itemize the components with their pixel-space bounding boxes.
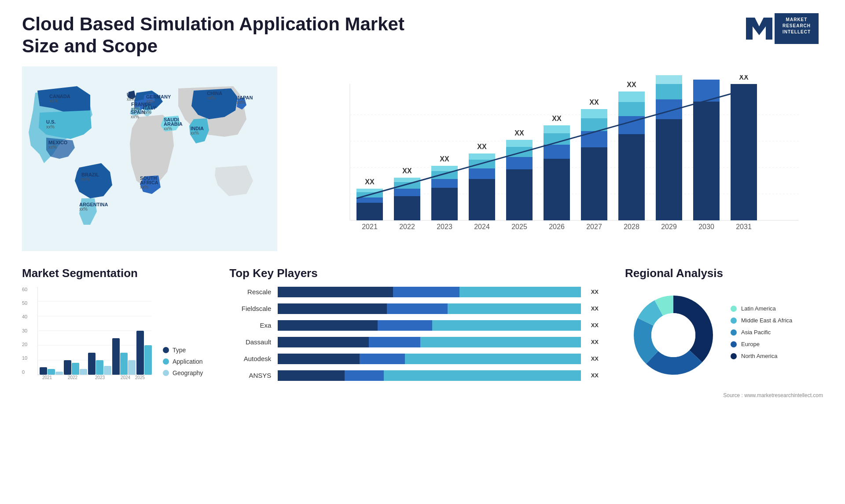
svg-rect-67 bbox=[656, 75, 682, 84]
player-row-ansys: ANSYS XX bbox=[229, 370, 599, 381]
svg-text:2030: 2030 bbox=[698, 223, 714, 230]
svg-rect-111 bbox=[144, 345, 152, 375]
svg-text:2026: 2026 bbox=[549, 223, 565, 230]
player-row-rescale: Rescale XX bbox=[229, 287, 599, 297]
player-name: ANSYS bbox=[229, 372, 271, 379]
svg-text:XX: XX bbox=[739, 75, 749, 81]
svg-rect-47 bbox=[506, 140, 533, 147]
svg-rect-109 bbox=[128, 360, 136, 375]
player-name: Rescale bbox=[229, 288, 271, 296]
svg-rect-65 bbox=[656, 99, 682, 119]
svg-text:XX: XX bbox=[552, 115, 562, 122]
donut-chart-svg bbox=[625, 287, 722, 383]
svg-rect-96 bbox=[55, 372, 63, 375]
player-row-dassault: Dassault XX bbox=[229, 337, 599, 347]
svg-rect-42 bbox=[469, 153, 495, 160]
svg-text:xx%: xx% bbox=[207, 95, 215, 100]
svg-rect-55 bbox=[581, 131, 607, 147]
player-name: Fieldscale bbox=[229, 305, 271, 312]
player-bar bbox=[278, 337, 580, 347]
legend-mea: Middle East & Africa bbox=[731, 317, 823, 324]
svg-text:2024: 2024 bbox=[121, 375, 131, 379]
canada-value: xx% bbox=[50, 99, 58, 103]
svg-text:xx%: xx% bbox=[146, 99, 154, 104]
svg-rect-34 bbox=[431, 188, 458, 220]
svg-rect-99 bbox=[80, 369, 87, 375]
svg-text:xx%: xx% bbox=[191, 131, 199, 135]
legend-europe: Europe bbox=[731, 341, 823, 347]
svg-rect-64 bbox=[656, 119, 682, 220]
segmentation-section: Market Segmentation 60 50 40 30 20 10 0 bbox=[22, 267, 203, 398]
growth-chart-section: XX XX XX XX bbox=[290, 66, 823, 256]
svg-rect-61 bbox=[618, 102, 645, 116]
logo: MARKET RESEARCH INTELLECT bbox=[735, 13, 823, 44]
players-section: Top Key Players Rescale XX Fieldscale bbox=[220, 267, 607, 398]
svg-rect-59 bbox=[618, 134, 645, 220]
svg-rect-35 bbox=[431, 179, 458, 188]
world-map-section: CANADA xx% U.S. xx% MEXICO xx% BRAZIL xx… bbox=[22, 66, 277, 256]
us-label: U.S. bbox=[46, 119, 55, 124]
svg-rect-95 bbox=[48, 369, 55, 375]
svg-text:XX: XX bbox=[365, 178, 375, 186]
regional-title: Regional Analysis bbox=[625, 267, 823, 280]
svg-rect-24 bbox=[356, 203, 383, 220]
svg-rect-57 bbox=[581, 109, 607, 118]
svg-text:MARKET: MARKET bbox=[786, 17, 808, 22]
svg-rect-52 bbox=[544, 125, 570, 133]
svg-text:2021: 2021 bbox=[42, 375, 52, 379]
player-bar bbox=[278, 370, 580, 381]
svg-rect-101 bbox=[96, 360, 103, 375]
brazil-value: xx% bbox=[81, 177, 90, 182]
page-title: Cloud Based Simulation Application Marke… bbox=[22, 13, 418, 58]
players-title: Top Key Players bbox=[229, 267, 599, 280]
mexico-value: xx% bbox=[48, 145, 57, 150]
svg-marker-0 bbox=[746, 18, 772, 40]
svg-text:XX: XX bbox=[477, 143, 487, 150]
svg-text:2023: 2023 bbox=[95, 375, 105, 379]
svg-text:xx%: xx% bbox=[127, 97, 135, 102]
svg-text:2023: 2023 bbox=[437, 223, 452, 230]
world-map-svg: CANADA xx% U.S. xx% MEXICO xx% BRAZIL xx… bbox=[22, 66, 277, 251]
legend-north-america: North America bbox=[731, 353, 823, 359]
svg-rect-100 bbox=[88, 353, 96, 375]
players-list: Rescale XX Fieldscale XX bbox=[229, 287, 599, 381]
svg-rect-102 bbox=[104, 366, 111, 375]
svg-text:2022: 2022 bbox=[399, 223, 415, 230]
svg-rect-107 bbox=[112, 338, 120, 375]
svg-text:xx%: xx% bbox=[164, 126, 172, 131]
svg-rect-37 bbox=[431, 166, 458, 171]
legend-latin: Latin America bbox=[731, 305, 823, 312]
regional-legend: Latin America Middle East & Africa Asia … bbox=[731, 305, 823, 365]
svg-text:XX: XX bbox=[627, 81, 636, 88]
regional-section: Regional Analysis bbox=[625, 267, 823, 398]
svg-text:xx%: xx% bbox=[237, 100, 245, 105]
svg-text:2029: 2029 bbox=[661, 223, 677, 230]
svg-rect-110 bbox=[136, 331, 144, 375]
svg-rect-94 bbox=[40, 367, 47, 375]
segmentation-chart-svg: 2021 2022 2023 2024 2025 bbox=[37, 287, 152, 379]
player-row-autodesk: Autodesk XX bbox=[229, 354, 599, 364]
svg-text:XX: XX bbox=[514, 129, 524, 137]
svg-rect-39 bbox=[469, 179, 495, 220]
svg-text:2031: 2031 bbox=[736, 223, 752, 230]
svg-text:2025: 2025 bbox=[511, 223, 527, 230]
player-bar bbox=[278, 287, 580, 297]
legend-dot-geography bbox=[163, 370, 169, 376]
player-name: Exa bbox=[229, 321, 271, 329]
legend-type: Type bbox=[163, 347, 203, 354]
svg-text:2027: 2027 bbox=[586, 223, 602, 230]
svg-rect-30 bbox=[394, 189, 420, 196]
svg-text:xx%: xx% bbox=[143, 110, 151, 115]
svg-rect-69 bbox=[693, 102, 720, 220]
svg-text:XX: XX bbox=[589, 99, 599, 106]
svg-text:2024: 2024 bbox=[474, 223, 490, 230]
donut-area: Latin America Middle East & Africa Asia … bbox=[625, 287, 823, 383]
svg-rect-97 bbox=[64, 360, 71, 375]
svg-rect-31 bbox=[394, 182, 420, 189]
svg-rect-36 bbox=[431, 171, 458, 179]
player-bar bbox=[278, 354, 580, 364]
svg-rect-29 bbox=[394, 196, 420, 220]
svg-text:2025: 2025 bbox=[135, 375, 145, 379]
svg-rect-54 bbox=[581, 147, 607, 220]
svg-rect-49 bbox=[544, 159, 570, 220]
